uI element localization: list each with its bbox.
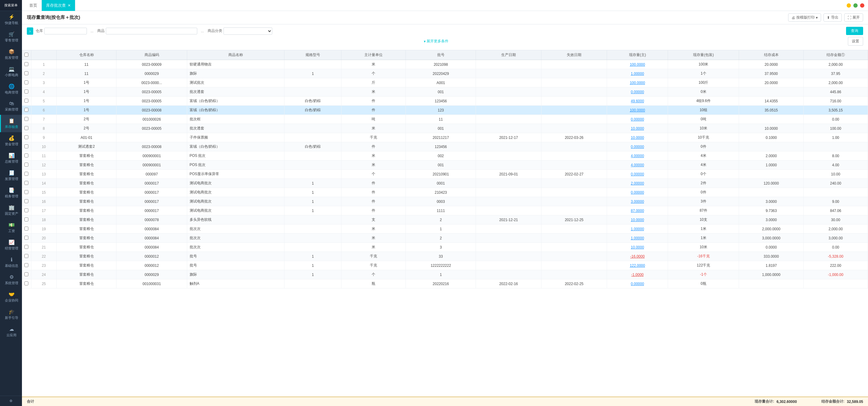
row-checkbox[interactable] bbox=[24, 208, 28, 212]
row-checkbox-cell bbox=[22, 234, 31, 243]
tab-inventory-batch[interactable]: 库存批次查 ✕ bbox=[42, 0, 75, 11]
sidebar-item-micro-shop[interactable]: 💻小辉电商 bbox=[0, 63, 22, 80]
row-unit-cost: 20.0000 bbox=[739, 60, 803, 69]
row-checkbox[interactable] bbox=[24, 245, 28, 249]
row-checkbox[interactable] bbox=[24, 236, 28, 240]
row-checkbox[interactable] bbox=[24, 227, 28, 231]
row-checkbox[interactable] bbox=[24, 71, 28, 75]
row-checkbox[interactable] bbox=[24, 181, 28, 185]
row-exp-date bbox=[541, 115, 607, 124]
col-spec: 规格型号 bbox=[284, 50, 341, 60]
row-checkbox[interactable] bbox=[24, 263, 28, 267]
row-checkbox[interactable] bbox=[24, 272, 28, 276]
warehouse-input[interactable] bbox=[44, 28, 87, 34]
table-row: 21 冒套粮仓 0000084 批次次 米 3 10.0000 10米 0.00… bbox=[22, 243, 868, 252]
row-checkbox-cell bbox=[22, 106, 31, 115]
row-unit-cost: 3.0000 bbox=[739, 215, 803, 225]
row-name: 批次框 bbox=[187, 115, 284, 124]
row-checkbox[interactable] bbox=[24, 163, 28, 167]
sidebar-item-wholesale[interactable]: 📦批发管理 bbox=[0, 46, 22, 63]
row-name: 批次次 bbox=[187, 225, 284, 234]
row-amount: 2,000.00 bbox=[803, 60, 868, 69]
goods-input[interactable] bbox=[106, 28, 197, 34]
row-qty-main: 0.00000 bbox=[607, 115, 668, 124]
row-qty-main[interactable]: -1.0000 bbox=[607, 270, 668, 279]
row-name: 测试批次 bbox=[187, 78, 284, 88]
expand-button[interactable]: ⛶ 展开 bbox=[844, 13, 863, 22]
row-number: 10 bbox=[31, 142, 56, 151]
row-unit-cost bbox=[739, 188, 803, 197]
sidebar-item-mgmt[interactable]: 📈经营管理 bbox=[0, 236, 22, 254]
row-spec: 白色/奶棕 bbox=[284, 106, 341, 115]
row-checkbox[interactable] bbox=[24, 154, 28, 158]
sidebar-item-inventory[interactable]: 📋库存核查 bbox=[0, 115, 22, 132]
sidebar-item-fixed-asset[interactable]: 🏢固定资产 bbox=[0, 202, 22, 219]
sidebar-item-quick-nav[interactable]: ⚡快捷导航 bbox=[0, 11, 22, 28]
sidebar-item-purchase[interactable]: 🛍采购管理 bbox=[0, 98, 22, 115]
col-name: 商品名称 bbox=[187, 50, 284, 60]
sidebar-item-basic-info[interactable]: ℹ基础信息 bbox=[0, 254, 22, 271]
row-checkbox[interactable] bbox=[24, 126, 28, 130]
select-all-checkbox[interactable] bbox=[24, 53, 28, 57]
category-select[interactable] bbox=[223, 27, 272, 35]
row-checkbox[interactable] bbox=[24, 99, 28, 103]
row-unit: 米 bbox=[341, 225, 406, 234]
row-amount: 0.00 bbox=[803, 115, 868, 124]
sidebar-item-invoice[interactable]: 🧾发票管理 bbox=[0, 167, 22, 184]
row-checkbox[interactable] bbox=[24, 254, 28, 258]
row-checkbox[interactable] bbox=[24, 108, 28, 112]
tab-close-icon[interactable]: ✕ bbox=[68, 3, 71, 8]
row-checkbox[interactable] bbox=[24, 217, 28, 222]
sidebar-item-sys[interactable]: ⚙系统管理 bbox=[0, 271, 22, 289]
row-unit: 件 bbox=[341, 142, 406, 151]
row-name: 子件保票频 bbox=[187, 133, 284, 142]
sidebar-search[interactable]: 搜索菜单 bbox=[0, 0, 22, 11]
row-batch: 2 bbox=[406, 215, 476, 225]
filter-toggle-button[interactable]: › bbox=[27, 27, 33, 35]
row-batch: 002 bbox=[406, 151, 476, 161]
tab-home[interactable]: 首页 bbox=[25, 0, 42, 11]
sidebar-icon-sys: ⚙ bbox=[9, 274, 14, 280]
row-number: 18 bbox=[31, 215, 56, 225]
close-button[interactable] bbox=[860, 3, 864, 8]
row-prod-date bbox=[476, 88, 541, 97]
row-exp-date bbox=[541, 197, 607, 206]
sidebar-item-new-guide[interactable]: 🎓新手引导 bbox=[0, 306, 22, 323]
row-checkbox[interactable] bbox=[24, 190, 28, 194]
row-checkbox[interactable] bbox=[24, 80, 28, 84]
sidebar-item-asset[interactable]: 💰资金管理 bbox=[0, 132, 22, 149]
sidebar-item-general[interactable]: 📊总账管理 bbox=[0, 149, 22, 167]
sidebar-item-enterprise[interactable]: 🤝企业协同 bbox=[0, 289, 22, 306]
row-checkbox[interactable] bbox=[24, 117, 28, 121]
row-name: 测试电商批次 bbox=[187, 179, 284, 188]
sidebar-item-ecommerce[interactable]: 🌐电商管理 bbox=[0, 80, 22, 98]
row-checkbox[interactable] bbox=[24, 172, 28, 176]
sidebar-item-tax[interactable]: 📑税务管理 bbox=[0, 184, 22, 202]
row-qty-main[interactable]: -16.0000 bbox=[607, 252, 668, 261]
sidebar-item-retail[interactable]: 🛒零售管理 bbox=[0, 28, 22, 46]
minimize-button[interactable] bbox=[847, 3, 851, 8]
row-exp-date bbox=[541, 60, 607, 69]
sidebar-label-quick-nav: 快捷导航 bbox=[5, 21, 18, 25]
row-checkbox[interactable] bbox=[24, 144, 28, 148]
sidebar-item-cloud[interactable]: ☁云应用 bbox=[0, 323, 22, 340]
sidebar-settings[interactable]: ⚙ bbox=[0, 396, 22, 406]
row-checkbox[interactable] bbox=[24, 135, 28, 139]
row-unit: 件 bbox=[341, 206, 406, 215]
row-checkbox-cell bbox=[22, 179, 31, 188]
export-button[interactable]: ⬆ 导出 bbox=[824, 13, 842, 22]
setting-button[interactable]: 设置 bbox=[848, 37, 863, 46]
expand-conditions-button[interactable]: ▾ 展开更多条件 bbox=[424, 39, 448, 44]
row-spec bbox=[284, 215, 341, 225]
filter-area: › 仓库 ... 商品 ... 商品分类 查询 ▾ bbox=[22, 24, 868, 50]
row-checkbox[interactable] bbox=[24, 199, 28, 203]
row-checkbox[interactable] bbox=[24, 281, 28, 285]
sidebar: 搜索菜单 ⚡快捷导航🛒零售管理📦批发管理💻小辉电商🌐电商管理🛍采购管理📋库存核查… bbox=[0, 0, 22, 406]
search-button[interactable]: 查询 bbox=[846, 27, 863, 35]
row-checkbox[interactable] bbox=[24, 90, 28, 94]
row-checkbox[interactable] bbox=[24, 62, 28, 66]
maximize-button[interactable] bbox=[854, 3, 858, 8]
row-name: 批次次 bbox=[187, 234, 284, 243]
print-button[interactable]: 🖨 按模版打印 ▾ bbox=[788, 13, 821, 22]
sidebar-item-salary[interactable]: 💵工资 bbox=[0, 219, 22, 236]
